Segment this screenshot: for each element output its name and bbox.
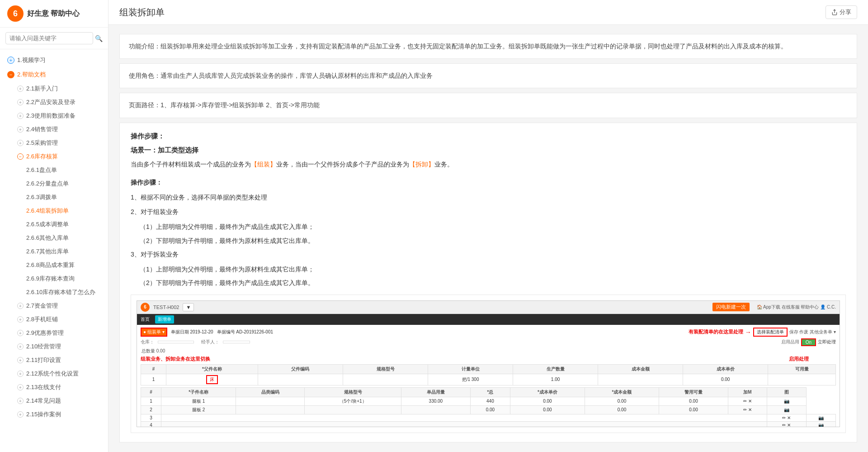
share-button[interactable]: 分享 <box>826 5 857 19</box>
search-input[interactable] <box>5 32 93 44</box>
td-l-1: 1 <box>141 397 161 405</box>
td-1: 1 <box>141 374 166 385</box>
sidebar-item-print[interactable]: + 2.11打印设置 <box>0 353 108 367</box>
step2-sub1: （1）上部明细为父件明细，最终作为产成品生成其它入库单； <box>140 221 846 233</box>
sub-prefix-icon: + <box>17 140 24 146</box>
sidebar-item-2-6-9-label: 2.6.9库存账本查询 <box>26 275 75 283</box>
scene1-title: 场景一：加工类型选择 <box>131 146 846 155</box>
intro-section: 功能介绍：组装拆卸单用来处理企业组装或拆卸等加工业务，支持有固定装配清单的产品加… <box>119 34 857 59</box>
td-l-3: 3 <box>141 414 161 421</box>
sidebar-item-2-6-10-label: 2.6.10库存账本错了怎么办 <box>26 288 95 296</box>
td-item: 床 <box>166 374 258 385</box>
sidebar-item-2-6-9[interactable]: 2.6.9库存账本查询 <box>9 272 108 285</box>
td-l-ic1: 📷 <box>767 397 806 405</box>
sidebar-item-cases[interactable]: + 2.15操作案例 <box>0 408 108 421</box>
sidebar-item-faq[interactable]: + 2.14常见问题 <box>0 394 108 408</box>
sidebar-item-2-6-1-label: 2.6.1盘点单 <box>26 166 57 174</box>
sidebar-item-2-6-7[interactable]: 2.6.7其他出库单 <box>9 245 108 258</box>
share-label: 分享 <box>840 8 851 16</box>
fs-new-order-btn: 闪电新建一次 <box>712 303 750 311</box>
sidebar-item-inventory[interactable]: − 2.6库存核算 <box>0 150 108 163</box>
search-button[interactable]: 🔍 <box>95 35 103 42</box>
nav-item-video[interactable]: + 1.视频学习 <box>0 53 108 67</box>
sub-prefix-icon: + <box>17 113 24 119</box>
sidebar-item-2-6-2[interactable]: 2.6.2分量盘点单 <box>9 177 108 190</box>
minus-icon: − <box>7 71 14 78</box>
sidebar-item-newcomer-label: 2.1新手入门 <box>26 85 58 93</box>
th-qty-prod: 生产数量 <box>513 364 598 374</box>
sidebar-item-settings[interactable]: + 2.12系统个性化设置 <box>0 367 108 381</box>
fs-logo: 6 <box>141 303 150 312</box>
sidebar-item-2-6-3-label: 2.6.3调拨单 <box>26 193 57 201</box>
search-area: 🔍 <box>0 28 108 49</box>
sidebar-item-newcomer[interactable]: + 2.1新手入门 <box>0 82 108 95</box>
fs-action-btns: 保存 作废 其他业务单 ▾ <box>789 329 836 335</box>
step3-sub1: （1）上部明细为父件明细，最终作为原材料生成其它出库单； <box>140 263 846 276</box>
sidebar-item-sales[interactable]: + 2.4销售管理 <box>0 123 108 136</box>
fs-select: ▼ <box>183 303 194 311</box>
sidebar-item-2-6-6[interactable]: 2.6.6其他入库单 <box>9 231 108 245</box>
logo-icon: 6 <box>7 5 24 22</box>
sidebar-item-install-label: 2.2产品安装及登录 <box>26 98 75 106</box>
sidebar-item-cases-label: 2.15操作案例 <box>26 410 61 419</box>
fs-person-input <box>223 341 250 343</box>
sidebar-item-inventory-label: 2.6库存核算 <box>26 152 58 161</box>
td-l-op1: ✏ ✕ <box>728 397 767 405</box>
role-text: 使用角色：通常由生产人员或库管人员完成拆装业务的操作，库管人员确认原材料的出库和… <box>129 70 848 81</box>
nav-label-docs: 2.帮助文档 <box>17 71 46 79</box>
annotation-row2: 总数量 0.00 <box>141 348 836 354</box>
th-l-cost1: *成本单价 <box>510 387 585 397</box>
sidebar-item-2-6-8[interactable]: 2.6.8商品成本重算 <box>9 258 108 272</box>
highlight-disassemble: 【拆卸】 <box>409 161 434 168</box>
sidebar-item-2-6-1[interactable]: 2.6.1盘点单 <box>9 163 108 177</box>
sidebar-item-2-6-10[interactable]: 2.6.10库存账本错了怎么办 <box>9 285 108 299</box>
sidebar-item-finance[interactable]: + 2.7资金管理 <box>0 299 108 313</box>
sidebar-item-2-6-8-label: 2.6.8商品成本重算 <box>26 261 75 269</box>
table-row: 1 腿板 1 （5个/块+1） 330.00 440 0.00 0.00 0.0… <box>141 397 836 405</box>
sidebar-item-2-6-4[interactable]: 2.6.4组装拆卸单 <box>9 204 108 218</box>
plus-icon: + <box>7 57 14 64</box>
table-row: 4 ✏ ✕ 📷 <box>141 421 836 427</box>
th-l-qty: *总 <box>470 387 510 397</box>
sidebar-item-ops-label: 2.10经营管理 <box>26 343 61 351</box>
sidebar-item-coupon[interactable]: + 2.9优惠券管理 <box>0 326 108 340</box>
nav-label-video: 1.视频学习 <box>17 56 46 64</box>
nav-item-docs[interactable]: − 2.帮助文档 <box>0 67 108 82</box>
td-l-2: 2 <box>141 405 161 414</box>
sidebar-item-sales-label: 2.4销售管理 <box>26 125 58 133</box>
sub-prefix-icon: + <box>17 357 24 363</box>
td-l-qty2: 0.00 <box>470 405 510 414</box>
sidebar-item-dataprep[interactable]: + 2.3使用前数据准备 <box>0 109 108 123</box>
td-l-empty4 <box>161 421 767 427</box>
td-l-ratio2 <box>401 405 470 414</box>
annotation-text1: 有装配清单的在这里处理 <box>689 328 743 335</box>
sidebar-item-mobile[interactable]: + 2.8手机旺铺 <box>0 313 108 326</box>
sidebar-item-print-label: 2.11打印设置 <box>26 356 61 364</box>
sub-prefix-icon: + <box>17 303 24 309</box>
td-l-code1 <box>236 397 304 405</box>
sub-prefix-icon: + <box>17 384 24 390</box>
sidebar-item-2-6-3[interactable]: 2.6.3调拨单 <box>9 190 108 204</box>
annotation-row3: 组装业务、拆卸业务在这里切换 启用处理 <box>141 356 836 362</box>
th-l-cost2: *成本金额 <box>585 387 659 397</box>
sidebar-item-install[interactable]: + 2.2产品安装及登录 <box>0 95 108 109</box>
ops-title: 操作步骤： <box>131 132 846 141</box>
th-l-ops: 加M <box>728 387 767 397</box>
sub-prefix-icon: − <box>17 153 24 160</box>
intro-text: 功能介绍：组装拆卸单用来处理企业组装或拆卸等加工业务，支持有固定装配清单的产品加… <box>129 41 848 52</box>
sidebar-item-mobile-label: 2.8手机旺铺 <box>26 315 58 324</box>
sidebar-item-purchase[interactable]: + 2.5采购管理 <box>0 136 108 150</box>
td-spec <box>343 374 428 385</box>
sidebar-item-2-6-5[interactable]: 2.6.5成本调整单 <box>9 218 108 231</box>
th-l-ratio: 单品用量 <box>401 387 470 397</box>
sub-prefix-icon: + <box>17 99 24 105</box>
sidebar-item-dataprep-label: 2.3使用前数据准备 <box>26 112 75 120</box>
table-row: 2 腿板 2 0.00 0.00 0.00 0.00 ✏ ✕ <box>141 405 836 414</box>
th-spec: 规格型号 <box>343 364 428 374</box>
sidebar-item-ops[interactable]: + 2.10经营管理 <box>0 340 108 353</box>
step3: 3、对于拆装业务 <box>131 248 846 261</box>
td-l-c2: 0.00 <box>510 405 585 414</box>
fs-warehouse-input <box>158 341 194 343</box>
ops-steps-title: 操作步骤： <box>131 176 846 189</box>
sidebar-item-payment[interactable]: + 2.13在线支付 <box>0 381 108 394</box>
